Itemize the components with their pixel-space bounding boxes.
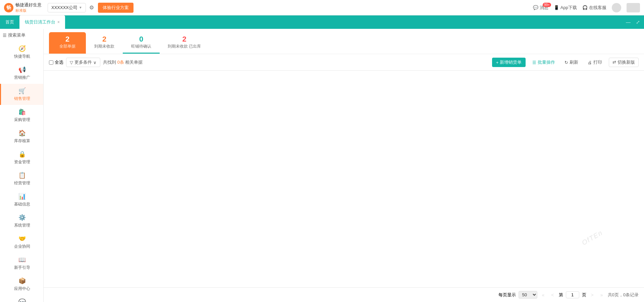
- found-prefix: 共找到: [103, 60, 116, 65]
- purchase-icon: 🛍️: [18, 108, 26, 116]
- sidebar-label-cooperation: 企业协同: [14, 244, 30, 249]
- sidebar-item-guide[interactable]: 📖 新手引导: [0, 253, 43, 274]
- online-service-button[interactable]: 🎧 在线客服: [582, 5, 606, 11]
- sidebar-label-inventory: 库存核算: [14, 138, 30, 144]
- online-service-label: 在线客服: [589, 5, 606, 11]
- search-menu-button[interactable]: ☰ 搜索菜单: [0, 29, 43, 42]
- found-suffix: 相关单据: [125, 60, 143, 65]
- batch-label: 批量操作: [538, 59, 555, 65]
- inventory-icon: 🏠: [18, 129, 26, 137]
- cooperation-icon: 🤝: [18, 235, 26, 242]
- stats-label-overdue: 到期未收款: [94, 44, 114, 49]
- batch-operation-button[interactable]: ☰ 批量操作: [530, 58, 558, 67]
- sidebar-item-basic-info[interactable]: 📊 基础信息: [0, 189, 43, 210]
- sidebar-item-operations[interactable]: 📋 经营管理: [0, 168, 43, 189]
- top-header: 畅 畅捷通好生意 标准版 XXXXXX公司 ▼ ⚙ 体验行业方案 💬 消息 99…: [0, 0, 644, 15]
- stats-count-pending: 0: [139, 35, 143, 44]
- finance-icon: 🔒: [18, 150, 26, 158]
- sidebar-label-quick-nav: 快捷导航: [14, 54, 30, 59]
- empty-content-area: [44, 71, 644, 287]
- filter-button[interactable]: ▽ 更多条件 ∨: [66, 58, 100, 67]
- page-number-input[interactable]: [566, 291, 579, 298]
- message-button[interactable]: 💬 消息 99+: [533, 5, 548, 11]
- close-tab-icon[interactable]: ×: [57, 20, 60, 24]
- plus-icon: +: [496, 60, 499, 65]
- stats-tab-overdue-out[interactable]: 2 到期未收款 已出库: [160, 32, 209, 54]
- sidebar-item-purchase[interactable]: 🛍️ 采购管理: [0, 105, 43, 126]
- found-text: 共找到 0条 相关单据: [103, 59, 143, 65]
- tab-home[interactable]: 首页: [0, 15, 19, 29]
- company-selector[interactable]: XXXXXX公司 ▼: [48, 3, 86, 12]
- filter-arrow-icon: ∨: [93, 60, 97, 65]
- refresh-button[interactable]: ↻ 刷新: [562, 58, 581, 67]
- sidebar-item-wechat[interactable]: 💬 企业微信: [0, 295, 43, 302]
- select-all-input[interactable]: [49, 60, 53, 65]
- sidebar-label-finance: 资金管理: [14, 159, 30, 165]
- sidebar-label-system: 系统管理: [14, 223, 30, 228]
- print-label: 打印: [593, 59, 602, 65]
- guide-icon: 📖: [18, 256, 26, 263]
- system-icon: ⚙️: [18, 214, 26, 221]
- sidebar-item-sales[interactable]: 🛒 销售管理: [0, 84, 43, 105]
- main-layout: ☰ 搜索菜单 🧭 快捷导航 📢 营销推广 🛒 销售管理 🛍️ 采购管理 🏠 库存…: [0, 29, 644, 302]
- settings-icon[interactable]: ⚙: [89, 4, 94, 11]
- stats-tab-pending[interactable]: 0 旺铺待确认: [123, 32, 160, 54]
- logo-sub-text: 标准版: [15, 8, 42, 13]
- tab-active-label: 钱货日清工作台: [25, 19, 55, 25]
- select-all-label: 全选: [55, 59, 63, 65]
- stats-count-all: 2: [65, 35, 69, 44]
- tab-active[interactable]: 钱货日清工作台 ×: [19, 15, 65, 29]
- app-center-icon: 📦: [18, 277, 26, 285]
- trial-button[interactable]: 体验行业方案: [98, 3, 133, 13]
- message-badge: 99+: [543, 3, 551, 7]
- next-page-button[interactable]: >: [589, 292, 596, 298]
- print-button[interactable]: 🖨 打印: [585, 58, 605, 67]
- stats-tab-all[interactable]: 2 全部单据: [49, 32, 86, 54]
- stats-tab-overdue[interactable]: 2 到期未收款: [86, 32, 123, 54]
- switch-version-button[interactable]: ⇄ 切换新版: [609, 58, 639, 67]
- avatar[interactable]: [612, 3, 621, 12]
- per-page-label: 每页显示: [498, 292, 516, 298]
- sidebar-item-cooperation[interactable]: 🤝 企业协同: [0, 232, 43, 253]
- sidebar-label-basic-info: 基础信息: [14, 201, 30, 207]
- sidebar-item-system[interactable]: ⚙️ 系统管理: [0, 210, 43, 232]
- app-download-button[interactable]: 📱 App下载: [554, 5, 577, 11]
- tabs-bar: 首页 钱货日清工作台 × — ⤢: [0, 15, 644, 29]
- refresh-icon: ↻: [565, 60, 568, 65]
- sidebar-item-quick-nav[interactable]: 🧭 快捷导航: [0, 42, 43, 63]
- sales-icon: 🛒: [18, 87, 26, 95]
- stats-label-pending: 旺铺待确认: [131, 44, 151, 49]
- first-page-button[interactable]: «: [540, 292, 547, 298]
- sidebar-item-marketing[interactable]: 📢 营销推广: [0, 63, 43, 84]
- user-menu[interactable]: [627, 3, 640, 12]
- total-info: 共0页，0条记录: [608, 292, 639, 298]
- stats-tabs: 2 全部单据 2 到期未收款 0 旺铺待确认 2 到期未收款 已出库: [44, 29, 644, 54]
- new-sale-order-button[interactable]: + 新增销货单: [492, 58, 526, 67]
- search-icon: ☰: [3, 33, 7, 38]
- tabs-controls: — ⤢: [625, 18, 644, 26]
- sidebar-item-app-center[interactable]: 📦 应用中心: [0, 274, 43, 295]
- maximize-icon[interactable]: ⤢: [635, 18, 641, 26]
- service-icon: 🎧: [582, 5, 588, 10]
- page-label: 第: [559, 292, 563, 298]
- logo-main-text: 畅捷通好生意: [15, 2, 42, 8]
- download-icon: 📱: [554, 5, 559, 10]
- sidebar-label-sales: 销售管理: [14, 96, 30, 102]
- last-page-button[interactable]: »: [598, 292, 605, 298]
- sidebar-item-inventory[interactable]: 🏠 库存核算: [0, 126, 43, 147]
- message-icon: 💬: [533, 5, 538, 10]
- page-suffix: 页: [582, 292, 586, 298]
- print-icon: 🖨: [588, 60, 592, 65]
- sidebar-item-finance[interactable]: 🔒 资金管理: [0, 147, 43, 168]
- found-count: 0条: [117, 60, 124, 65]
- sidebar-label-app-center: 应用中心: [14, 286, 30, 292]
- per-page-select[interactable]: 50 100 200: [519, 291, 537, 299]
- switch-label: 切换新版: [618, 60, 635, 65]
- prev-page-button[interactable]: <: [549, 292, 556, 298]
- marketing-icon: 📢: [18, 66, 26, 73]
- minimize-icon[interactable]: —: [625, 18, 632, 26]
- select-all-checkbox[interactable]: 全选: [49, 59, 63, 65]
- header-right: 💬 消息 99+ 📱 App下载 🎧 在线客服: [533, 3, 640, 12]
- basic-info-icon: 📊: [18, 193, 26, 200]
- toolbar-right: + 新增销货单 ☰ 批量操作 ↻ 刷新 🖨 打印 ⇄ 切换新版: [492, 58, 639, 67]
